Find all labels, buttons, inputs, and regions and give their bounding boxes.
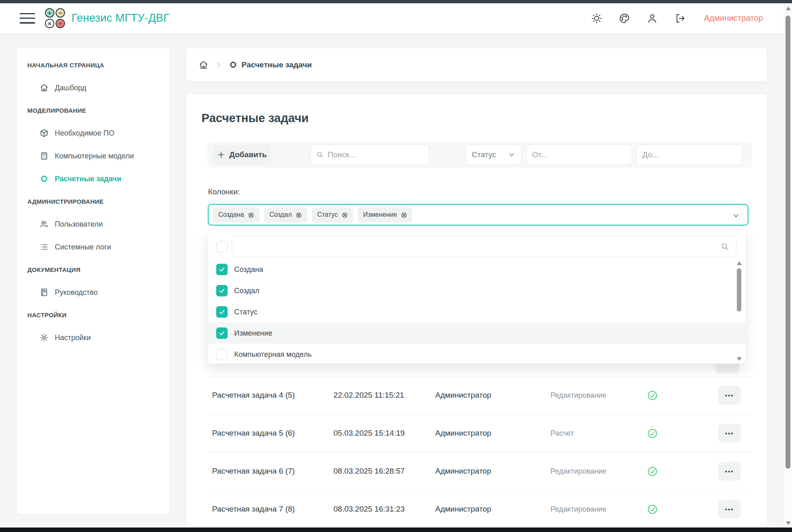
task-name: Расчетная задача 6 (7) xyxy=(212,467,333,476)
window-bottom-edge xyxy=(0,528,792,532)
checkbox-checked-icon[interactable] xyxy=(216,264,228,275)
date-to-field[interactable] xyxy=(636,145,742,165)
book-icon xyxy=(40,288,49,297)
search-icon xyxy=(316,151,324,159)
task-status: Расчет xyxy=(550,429,647,438)
checkbox-checked-icon[interactable] xyxy=(216,285,228,296)
app-screen: + − × ÷ Генезис МГТУ-ДВГ xyxy=(0,0,792,532)
app-header: + − × ÷ Генезис МГТУ-ДВГ xyxy=(0,3,792,33)
remove-chip-icon[interactable]: ⊗ xyxy=(341,211,348,219)
row-actions-button[interactable]: ••• xyxy=(718,500,741,519)
row-actions-button[interactable]: ••• xyxy=(718,424,741,443)
sidebar-item-required-software[interactable]: Необходимое ПО xyxy=(17,122,169,145)
scrollbar-up-arrow[interactable] xyxy=(737,261,742,265)
breadcrumb-home-icon[interactable] xyxy=(199,60,208,70)
user-icon[interactable] xyxy=(646,12,658,24)
breadcrumb: Расчетные задачи xyxy=(186,48,767,82)
scrollbar-down-arrow[interactable] xyxy=(737,357,742,361)
dropdown-option[interactable]: Компьютерная модель xyxy=(208,344,745,364)
task-status: Редактирование xyxy=(550,505,647,514)
scrollbar-down-arrow[interactable] xyxy=(786,521,791,525)
chevron-down-icon xyxy=(508,151,515,158)
scrollbar-thumb[interactable] xyxy=(737,268,741,312)
sidebar-item-system-logs[interactable]: Системные логи xyxy=(17,236,169,258)
logout-icon[interactable] xyxy=(674,12,686,24)
task-name: Расчетная задача 7 (8) xyxy=(212,505,333,514)
brand-title: Генезис МГТУ-ДВГ xyxy=(72,12,170,24)
remove-chip-icon[interactable]: ⊗ xyxy=(401,211,407,219)
search-input[interactable] xyxy=(328,150,423,159)
scrollbar-up-arrow[interactable] xyxy=(786,7,791,10)
date-from-field[interactable] xyxy=(526,145,632,165)
checkbox-checked-icon[interactable] xyxy=(216,306,228,318)
dropdown-option[interactable]: Изменение xyxy=(208,323,745,344)
sidebar-item-manual[interactable]: Руководство xyxy=(17,281,169,304)
checkbox-checked-icon[interactable] xyxy=(216,327,228,339)
task-creator: Администратор xyxy=(435,505,550,514)
sidebar-item-dashboard[interactable]: Дашборд xyxy=(17,76,169,99)
remove-chip-icon[interactable]: ⊗ xyxy=(295,211,302,219)
columns-dropdown: Создана Создал Статус Изменение xyxy=(208,229,746,364)
users-icon xyxy=(40,220,49,229)
user-role-label[interactable]: Администратор xyxy=(704,13,763,23)
sidebar-item-users[interactable]: Пользователи xyxy=(17,213,169,236)
table-row[interactable]: Расчетная задача 6 (7) 08.03.2025 16:28:… xyxy=(208,452,752,490)
column-chip: Изменение ⊗ xyxy=(358,207,412,223)
date-to-input[interactable] xyxy=(642,150,736,159)
select-all-checkbox[interactable] xyxy=(216,241,228,252)
table-row[interactable]: Расчетная задача 5 (6) 05.03.2025 15:14:… xyxy=(208,414,752,452)
table-row[interactable]: Расчетная задача 7 (8) 08.03.2025 16:31:… xyxy=(208,490,752,528)
columns-multiselect[interactable]: Создана ⊗ Создал ⊗ Статус ⊗ Изменение ⊗ xyxy=(208,204,749,226)
row-actions-button[interactable]: ••• xyxy=(718,386,741,405)
dropdown-search-field[interactable] xyxy=(232,236,736,257)
search-icon xyxy=(720,242,729,251)
sidebar: НАЧАЛЬНАЯ СТРАНИЦА Дашборд МОДЕЛИРОВАНИЕ… xyxy=(16,48,170,514)
dropdown-search-input[interactable] xyxy=(239,242,720,251)
dropdown-option[interactable]: Создал xyxy=(208,280,745,301)
palette-icon[interactable] xyxy=(618,12,631,24)
column-chip: Создал ⊗ xyxy=(264,207,307,223)
checkbox-unchecked-icon[interactable] xyxy=(216,349,228,360)
task-created: 22.02.2025 11:15:21 xyxy=(333,391,435,400)
logo-divide-icon: ÷ xyxy=(56,19,65,28)
add-button[interactable]: Добавить xyxy=(213,145,271,165)
status-select[interactable]: Статус xyxy=(465,145,521,165)
task-status: Редактирование xyxy=(550,391,647,400)
scrollbar-thumb[interactable] xyxy=(785,16,790,469)
task-creator: Администратор xyxy=(435,467,550,476)
sidebar-item-computer-models[interactable]: Компьютерные модели xyxy=(17,145,169,167)
task-created: 08.03.2025 16:28:57 xyxy=(333,467,435,476)
status-check-icon xyxy=(647,466,680,477)
chevron-right-icon xyxy=(215,61,222,69)
dropdown-option[interactable]: Статус xyxy=(208,301,745,323)
menu-toggle-button[interactable] xyxy=(20,13,35,24)
search-field[interactable] xyxy=(310,145,429,165)
remove-chip-icon[interactable]: ⊗ xyxy=(248,211,254,219)
cube-icon xyxy=(40,129,49,138)
date-from-input[interactable] xyxy=(532,150,626,159)
sidebar-section-home: НАЧАЛЬНАЯ СТРАНИЦА xyxy=(17,54,169,76)
dropdown-option[interactable]: Создана xyxy=(208,259,745,280)
multiselect-chevron-down-icon[interactable] xyxy=(732,211,740,220)
task-status: Редактирование xyxy=(550,467,647,476)
sidebar-item-calculation-tasks[interactable]: Расчетные задачи xyxy=(17,167,169,190)
status-check-icon xyxy=(647,428,680,439)
calculator-icon xyxy=(40,151,49,160)
row-actions-button[interactable]: ••• xyxy=(718,462,741,481)
page-title: Расчетные задачи xyxy=(201,111,309,125)
window-top-edge xyxy=(0,0,792,3)
dropdown-scrollbar[interactable] xyxy=(736,261,742,361)
toolbar: Добавить Статус xyxy=(208,142,752,167)
sidebar-section-settings: НАСТРОЙКИ xyxy=(17,304,169,326)
task-creator: Администратор xyxy=(435,391,550,400)
logo-minus-icon: − xyxy=(56,8,65,18)
row-actions-button-partial[interactable] xyxy=(716,362,739,374)
theme-sun-icon[interactable] xyxy=(591,12,603,24)
sidebar-item-settings[interactable]: Настройки xyxy=(17,326,169,349)
page-scrollbar[interactable] xyxy=(784,3,792,528)
cpu-icon xyxy=(40,174,49,183)
status-check-icon xyxy=(647,504,680,515)
status-check-icon xyxy=(647,390,680,401)
plus-icon xyxy=(217,151,225,159)
table-row[interactable]: Расчетная задача 4 (5) 22.02.2025 11:15:… xyxy=(208,376,752,414)
